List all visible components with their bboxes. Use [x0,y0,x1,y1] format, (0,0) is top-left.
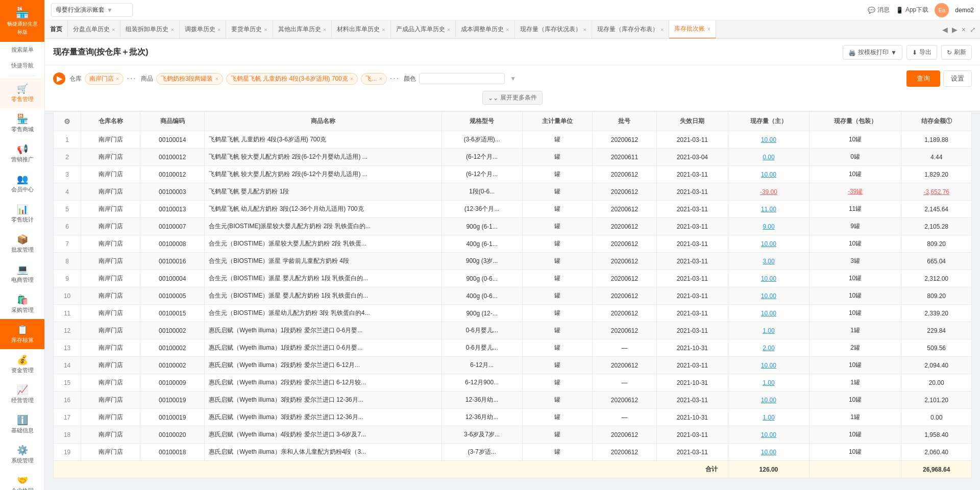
app-download-btn[interactable]: 📱 App下载 [896,6,928,14]
sidebar-item-store[interactable]: 🏪 零售商城 [0,108,44,138]
row-qty-main[interactable]: 9.00 [728,218,809,235]
tab-close-10[interactable]: × [660,27,664,33]
tab-close-8[interactable]: × [506,27,509,33]
sidebar-item-finance[interactable]: 💰 资金管理 [0,349,44,379]
tab-home[interactable]: 首页 [45,20,68,39]
query-btn[interactable]: 查询 [906,70,940,87]
tab-maximize[interactable]: ⤢ [968,26,978,34]
row-qty-main[interactable]: 10.00 [728,305,809,322]
warehouse-remove[interactable]: × [116,76,119,82]
row-spec: 0-6月婴儿... [442,339,522,357]
row-qty-main[interactable]: 1.00 [728,374,809,391]
row-qty-main[interactable]: 3.00 [728,253,809,270]
username[interactable]: demo2 [955,7,974,14]
sidebar-item-wholesale[interactable]: 📦 批发管理 [0,229,44,259]
row-qty-main[interactable]: 10.00 [728,270,809,287]
sidebar-item-purchase[interactable]: 🛍️ 采购管理 [0,289,44,319]
row-amount: 1,829.20 [901,166,972,183]
tab-other-out[interactable]: 其他出库单历史 × [273,20,332,39]
product-more[interactable]: ··· [390,74,400,83]
product-tag-2-remove[interactable]: × [379,76,382,82]
row-qty-main[interactable]: 10.00 [728,235,809,253]
tab-assemble[interactable]: 组装拆卸单历史 × [120,20,179,39]
row-qty-main[interactable]: -39.00 [728,183,809,201]
tab-close-4[interactable]: × [264,27,267,33]
row-qty-main[interactable]: 11.00 [728,201,809,218]
logo-text: 畅捷通好生意 [7,20,38,28]
row-unit: 罐 [522,339,593,357]
refresh-btn[interactable]: ↻ 刷新 [941,45,972,60]
row-qty-main[interactable]: 10.00 [728,444,809,461]
settings-icon[interactable]: ⚙ [64,117,70,126]
row-batch: 20200612 [593,131,657,149]
row-code: 00100015 [140,305,205,322]
collab-icon: 🤝 [17,475,28,486]
row-qty-main[interactable]: 10.00 [728,131,809,149]
warehouse-more[interactable]: ··· [127,74,136,83]
print-btn[interactable]: 🖨️ 按模板打印 ▼ [843,45,902,60]
sidebar-item-ecommerce[interactable]: 💻 电商管理 [0,259,44,289]
message-btn[interactable]: 💬 消息 [868,6,890,14]
row-qty-main[interactable]: 10.00 [728,287,809,305]
tab-product-in[interactable]: 产成品入库单历史 × [391,20,456,39]
row-amount: 2,094.40 [901,357,972,374]
export-btn[interactable]: ⬇ 导出 [906,45,937,60]
row-spec: 900g (12-... [442,305,522,322]
color-input[interactable] [419,73,505,84]
row-qty-main[interactable]: 10.00 [728,166,809,183]
sidebar-item-retail[interactable]: 🛒 零售管理 [0,78,44,108]
sidebar-search[interactable]: 搜索菜单 [0,42,44,58]
table-row: 5 南岸门店 00100013 飞鹤星飞帆 幼儿配方奶粉 3段(12-36个月幼… [54,201,972,218]
tab-stock-dist[interactable]: 现存量（库存分布表） × [592,20,669,39]
tab-cost-adjust[interactable]: 成本调整单历史 × [456,20,514,39]
row-qty-main[interactable]: 1.00 [728,409,809,426]
color-arrow[interactable]: ▼ [510,75,516,82]
sidebar-item-member[interactable]: 👥 会员中心 [0,168,44,199]
tab-close-3[interactable]: × [217,27,220,33]
row-qty-main[interactable]: 10.00 [728,391,809,409]
expand-filter-btn[interactable]: ▶ [53,72,65,85]
tab-batch-account[interactable]: 库存批次账 × [669,20,716,39]
tab-inventory-count[interactable]: 分盘点单历史 × [68,20,120,39]
setting-btn[interactable]: 设置 [943,70,972,87]
product-tag-0[interactable]: 飞鹤奶粉3段两罐装 × [156,73,223,85]
tab-requisition[interactable]: 要货单历史 × [226,20,273,39]
row-warehouse: 南岸门店 [81,201,140,218]
tab-next[interactable]: ▶ [950,26,960,34]
sidebar-item-collab[interactable]: 🤝 企业协同 [0,470,44,490]
warehouse-tag[interactable]: 南岸门店 × [85,73,124,85]
col-settings[interactable]: ⚙ [54,112,81,131]
product-tag-2[interactable]: 飞... × [361,73,386,85]
sidebar-item-stats[interactable]: 📊 零售统计 [0,199,44,229]
product-tag-0-remove[interactable]: × [215,76,218,82]
row-qty-main[interactable]: 2.00 [728,339,809,357]
sidebar-item-basic[interactable]: ℹ️ 基础信息 [0,409,44,439]
sidebar-item-marketing[interactable]: 📢 营销推广 [0,138,44,168]
row-qty-main[interactable]: 0.00 [728,149,809,166]
tab-close-5[interactable]: × [323,27,326,33]
sidebar-item-inventory[interactable]: 📋 库存核算 [0,319,44,349]
tab-close-all[interactable]: × [960,26,968,34]
user-avatar[interactable]: Ea [935,3,949,17]
product-tag-1[interactable]: 飞鹤星飞帆 儿童奶粉 4段(3-6岁适用) 700克 × [226,73,358,85]
row-qty-main[interactable]: 10.00 [728,426,809,444]
row-qty-main[interactable]: 1.00 [728,322,809,339]
tab-close-7[interactable]: × [447,27,450,33]
tab-label-6: 材料出库单历史 [337,25,380,34]
sidebar-item-system[interactable]: ⚙️ 系统管理 [0,439,44,470]
tab-prev[interactable]: ◀ [940,26,950,34]
product-tag-1-remove[interactable]: × [350,76,353,82]
tab-stock-status[interactable]: 现存量（库存状况表） × [515,20,592,39]
sidebar-item-management[interactable]: 📈 经营管理 [0,379,44,409]
tab-close-2[interactable]: × [170,27,174,33]
account-selector[interactable]: 母婴行业演示账套 ▼ [51,3,133,17]
tab-close-6[interactable]: × [382,27,385,33]
row-qty-main[interactable]: 10.00 [728,357,809,374]
tab-close-1[interactable]: × [112,27,115,33]
tab-close-11[interactable]: × [707,26,710,32]
expand-more-btn[interactable]: ⌄⌄ 展开更多条件 [482,91,543,105]
tab-material-out[interactable]: 材料出库单历史 × [332,20,390,39]
tab-transfer[interactable]: 调拨单历史 × [180,20,226,39]
sidebar-quick-nav[interactable]: 快捷导航 [0,58,44,74]
tab-close-9[interactable]: × [583,27,586,33]
